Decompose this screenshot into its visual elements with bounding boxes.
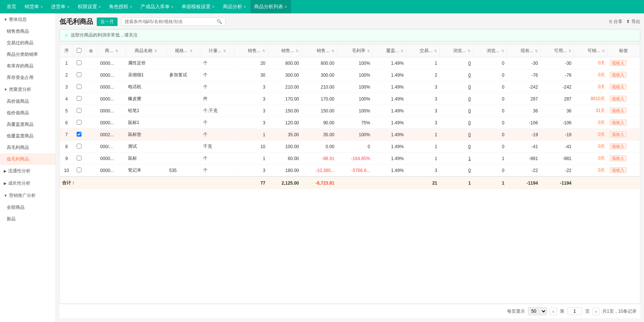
row-checkbox[interactable]: [77, 96, 81, 101]
sidebar-item-high-margin[interactable]: 高毛利商品: [0, 142, 55, 153]
row-checkbox-cell[interactable]: [73, 105, 84, 117]
row-name[interactable]: 鼠标垫: [125, 129, 167, 141]
row-browse1[interactable]: 0: [440, 129, 473, 141]
row-name[interactable]: 鼠标1: [125, 117, 167, 129]
search-icon[interactable]: 🔍: [217, 19, 222, 24]
row-browse1[interactable]: 0: [440, 117, 473, 129]
col-header-code[interactable]: 商... ⇅: [98, 45, 125, 57]
row-checkbox-cell[interactable]: [73, 81, 84, 93]
col-header-settings[interactable]: ⚙: [84, 45, 98, 57]
row-browse1[interactable]: 0: [440, 81, 473, 93]
nav-purchase-order[interactable]: 进货单 ×: [47, 0, 73, 13]
sidebar-group-cluster[interactable]: ▼ 类聚度分析: [0, 83, 55, 96]
col-header-sales-profit[interactable]: 销售... ⇅: [301, 45, 337, 57]
sidebar-item-low-value[interactable]: 低价值商品: [0, 107, 55, 119]
col-header-tag[interactable]: 标签: [608, 45, 640, 57]
row-browse1[interactable]: 1: [440, 153, 473, 165]
sidebar-item-low-coverage[interactable]: 低覆盖度商品: [0, 130, 55, 142]
search-input[interactable]: [125, 19, 217, 24]
export-button[interactable]: ⬆ 导出: [626, 19, 640, 25]
next-page-button[interactable]: ›: [593, 307, 599, 315]
row-checkbox[interactable]: [77, 84, 81, 89]
row-name[interactable]: 笔记本: [125, 165, 167, 177]
nav-close-analysis[interactable]: ×: [244, 4, 246, 9]
col-header-trade[interactable]: 交易... ⇅: [406, 45, 440, 57]
select-all-checkbox[interactable]: [77, 48, 81, 53]
row-checkbox[interactable]: [77, 120, 81, 125]
row-checkbox-cell[interactable]: [73, 117, 84, 129]
row-checkbox[interactable]: [77, 132, 81, 137]
col-header-sales-qty[interactable]: 销售... ⇅: [234, 45, 268, 57]
page-size-select[interactable]: 10 20 50 100: [528, 307, 547, 315]
row-checkbox-cell[interactable]: [73, 69, 84, 81]
share-button[interactable]: ⎘ 分享: [609, 19, 622, 25]
col-header-coverage[interactable]: 覆盖... ⇅: [372, 45, 406, 57]
row-checkbox-cell[interactable]: [73, 93, 84, 105]
sidebar-group-growth[interactable]: ▶ 成长性分析: [0, 177, 55, 189]
row-name[interactable]: 属性定价: [125, 57, 167, 69]
nav-home[interactable]: 首页: [3, 0, 20, 13]
col-header-check[interactable]: [73, 45, 84, 57]
nav-sales-order[interactable]: 销货单 ×: [21, 0, 47, 13]
row-checkbox[interactable]: [77, 156, 81, 160]
row-checkbox[interactable]: [77, 144, 81, 149]
sidebar-group-overall[interactable]: ▼ 整体信息: [0, 13, 55, 26]
row-checkbox[interactable]: [77, 72, 81, 77]
sidebar-item-all-goods[interactable]: 全部商品: [0, 202, 55, 213]
nav-close-permission[interactable]: ×: [99, 4, 101, 9]
row-checkbox[interactable]: [77, 60, 81, 65]
col-header-current-stock[interactable]: 现有... ⇅: [507, 45, 540, 57]
col-header-sales-price[interactable]: 销售... ⇅: [268, 45, 301, 57]
nav-close-template[interactable]: ×: [212, 4, 214, 9]
row-name[interactable]: 测试: [125, 141, 167, 153]
nav-permission[interactable]: 权限设置 ×: [74, 0, 105, 13]
sidebar-item-high-value[interactable]: 高价值商品: [0, 96, 55, 107]
sidebar-group-flow[interactable]: ▶ 流通性分析: [0, 165, 55, 177]
search-box[interactable]: 🔍: [121, 17, 225, 26]
sidebar-item-stock-capital[interactable]: 库存资金占用: [0, 72, 55, 83]
col-header-name[interactable]: 商品名称 ⇅: [125, 45, 167, 57]
col-header-browse2[interactable]: 浏览... ⇅: [473, 45, 507, 57]
sidebar-item-high-coverage[interactable]: 高覆盖度商品: [0, 119, 55, 130]
row-browse1[interactable]: 0: [440, 69, 473, 81]
row-checkbox-cell[interactable]: [73, 165, 84, 177]
col-header-spec[interactable]: 规格... ⇅: [167, 45, 201, 57]
time-filter-button[interactable]: 近一月: [97, 17, 118, 26]
col-header-unit[interactable]: 计量... ⇅: [201, 45, 234, 57]
nav-close-sales[interactable]: ×: [41, 4, 43, 9]
row-checkbox-cell[interactable]: [73, 129, 84, 141]
nav-template-settings[interactable]: 单据模板设置 ×: [178, 0, 218, 13]
nav-close-product[interactable]: ×: [171, 4, 173, 9]
col-header-num[interactable]: 序: [60, 45, 73, 57]
sidebar-item-stocked-goods[interactable]: 有库存的商品: [0, 60, 55, 72]
row-browse1[interactable]: 0: [440, 57, 473, 69]
nav-close-analysis-list[interactable]: ×: [285, 4, 287, 9]
row-checkbox-cell[interactable]: [73, 57, 84, 69]
sidebar-group-marketing[interactable]: ▼ 营销推广分析: [0, 189, 55, 202]
col-header-salable[interactable]: 可销... ⇅: [574, 45, 608, 57]
nav-close-purchase[interactable]: ×: [67, 4, 69, 9]
row-browse1[interactable]: 0: [440, 165, 473, 177]
row-checkbox-cell[interactable]: [73, 153, 84, 165]
row-browse1[interactable]: 0: [440, 141, 473, 153]
row-browse1[interactable]: 0: [440, 93, 473, 105]
prev-page-button[interactable]: ‹: [550, 307, 557, 315]
nav-product-analysis[interactable]: 商品分析 ×: [219, 0, 250, 13]
nav-close-role[interactable]: ×: [130, 4, 132, 9]
row-checkbox[interactable]: [77, 108, 81, 113]
row-checkbox[interactable]: [77, 168, 81, 172]
col-header-browse1[interactable]: 浏览... ⇅: [440, 45, 473, 57]
col-header-gross-rate[interactable]: 毛利率 ⇅: [337, 45, 372, 57]
sidebar-item-traded-goods[interactable]: 交易过的商品: [0, 37, 55, 49]
sidebar-item-category-rate[interactable]: 商品分类助销率: [0, 49, 55, 60]
row-name[interactable]: 鼠标: [125, 153, 167, 165]
sidebar-item-sales-goods[interactable]: 销售类商品: [0, 26, 55, 37]
row-browse1[interactable]: 0: [440, 105, 473, 117]
sidebar-item-low-margin[interactable]: 低毛利商品: [0, 153, 55, 165]
row-name[interactable]: 橡皮擦: [125, 93, 167, 105]
row-name[interactable]: 电话机: [125, 81, 167, 93]
nav-product-instock[interactable]: 产成品入库单 ×: [137, 0, 177, 13]
col-header-available[interactable]: 可用... ⇅: [540, 45, 574, 57]
row-name[interactable]: 吴细细1: [125, 69, 167, 81]
nav-role-auth[interactable]: 角色授权 ×: [105, 0, 136, 13]
